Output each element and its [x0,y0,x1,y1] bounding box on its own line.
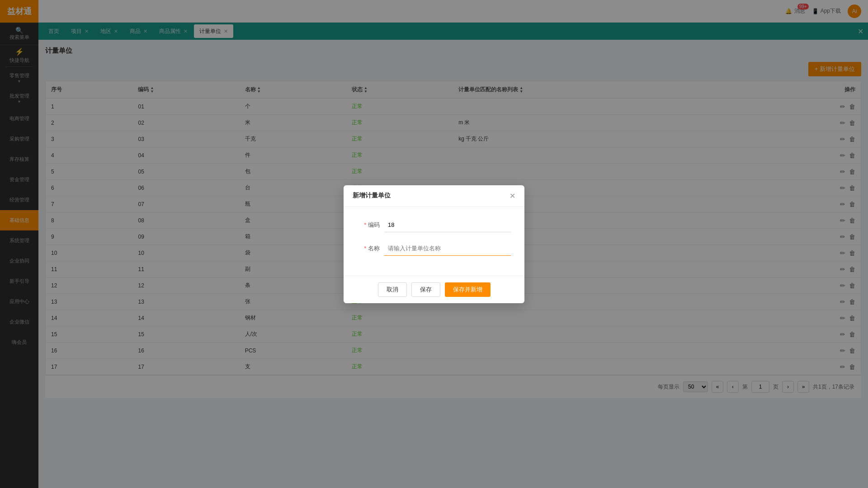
modal-header: 新增计量单位 ✕ [344,185,524,207]
required-mark: * [364,221,366,228]
save-button[interactable]: 保存 [411,282,440,297]
modal-close-btn[interactable]: ✕ [509,192,515,200]
required-mark2: * [364,245,366,252]
cancel-button[interactable]: 取消 [378,282,407,297]
modal-body: * 编码 * 名称 [344,207,524,276]
modal-overlay[interactable]: 新增计量单位 ✕ * 编码 * 名称 取消 保存 保存并新增 [0,0,868,488]
add-unit-modal: 新增计量单位 ✕ * 编码 * 名称 取消 保存 保存并新增 [344,185,524,303]
code-label: * 编码 [357,221,384,229]
name-form-row: * 名称 [357,241,511,256]
code-input[interactable] [384,218,511,232]
code-form-row: * 编码 [357,218,511,232]
name-label: * 名称 [357,244,384,253]
name-input[interactable] [384,241,511,256]
save-new-button[interactable]: 保存并新增 [445,282,491,297]
modal-footer: 取消 保存 保存并新增 [344,276,524,303]
modal-title: 新增计量单位 [353,192,391,200]
